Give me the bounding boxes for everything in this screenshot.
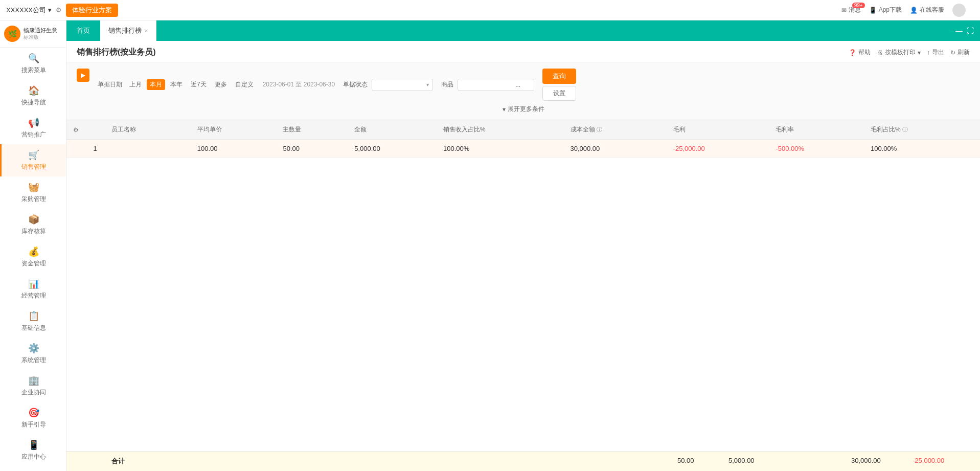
filter-expand-arrow[interactable]: ▶: [77, 69, 89, 82]
inventory-icon: 📦: [28, 214, 39, 225]
query-button[interactable]: 查询: [542, 69, 576, 84]
sidebar-label-finance: 资金管理: [21, 259, 46, 268]
goods-input[interactable]: ...: [458, 79, 534, 91]
print-button[interactable]: 🖨 按模板打印 ▾: [877, 48, 921, 57]
print-icon: 🖨: [877, 49, 883, 56]
sidebar-item-operation[interactable]: 📊 经营管理: [0, 273, 66, 305]
cell-quantity: 50.00: [277, 140, 348, 158]
settings-button[interactable]: 设置: [542, 86, 576, 101]
sidebar-label-guide: 新手引导: [21, 420, 46, 429]
sidebar-label-sales: 销售管理: [21, 163, 46, 171]
table-row: 1 100.00 50.00: [66, 140, 980, 158]
sidebar-item-apps[interactable]: 📱 应用中心: [0, 434, 66, 466]
sidebar: 🌿 畅康通好生意 标准版 🔍 搜索菜单 🏠 快捷导航 📢 营销推广 🛒 销售管理…: [0, 20, 66, 471]
filter-row: ▶ 单据日期 上月 本月 本年 近7天 更多 自定义 2023-: [77, 69, 970, 101]
filter-status: 单据状态: [343, 79, 433, 91]
company-selector[interactable]: XXXXXX公司 ▾: [6, 6, 52, 15]
gear-icon-top[interactable]: ⚙: [56, 6, 62, 14]
online-service-button[interactable]: 👤 在线客服: [910, 6, 944, 14]
tab-home[interactable]: 首页: [66, 20, 100, 41]
cell-cost: 30,000.00: [564, 140, 667, 158]
tab-close-icon[interactable]: ×: [145, 28, 148, 34]
sidebar-item-purchase[interactable]: 🧺 采购管理: [0, 176, 66, 209]
date-current-month[interactable]: 本月: [147, 79, 165, 90]
date-prev-month[interactable]: 上月: [126, 79, 145, 90]
th-gross-rate: 毛利率: [769, 120, 864, 140]
sidebar-item-basic[interactable]: 📋 基础信息: [0, 305, 66, 338]
goods-more-icon[interactable]: ...: [515, 81, 520, 88]
expand-chevron-icon: ▾: [503, 106, 506, 113]
filter-area: ▶ 单据日期 上月 本月 本年 近7天 更多 自定义 2023-: [66, 62, 980, 120]
gross-pct-info-icon[interactable]: ⓘ: [902, 126, 908, 132]
cell-gross-rate: -500.00%: [769, 140, 864, 158]
logo-area: 🌿 畅康通好生意 标准版: [0, 20, 66, 48]
app-download-button[interactable]: 📱 App下载: [869, 6, 902, 14]
tab-maximize-icon[interactable]: ⛶: [967, 27, 974, 35]
sidebar-label-basic: 基础信息: [21, 324, 46, 332]
refresh-icon: ↻: [950, 49, 955, 56]
sidebar-label-apps: 应用中心: [21, 453, 46, 461]
sidebar-item-enterprise[interactable]: 🏢 企业协同: [0, 370, 66, 402]
apps-icon: 📱: [28, 439, 39, 451]
expand-more-conditions[interactable]: ▾ 展开更多条件: [503, 105, 544, 114]
tab-sales-ranking-label: 销售排行榜: [108, 26, 142, 35]
help-icon: ❓: [849, 49, 856, 56]
th-settings[interactable]: ⚙: [66, 120, 85, 140]
date-custom[interactable]: 自定义: [232, 79, 257, 90]
sidebar-label-enterprise: 企业协同: [21, 388, 46, 397]
sidebar-label-marketing: 营销推广: [21, 130, 46, 139]
help-button[interactable]: ❓ 帮助: [849, 48, 871, 57]
page-header: 销售排行榜(按业务员) ❓ 帮助 🖨 按模板打印 ▾ ↑: [66, 41, 980, 62]
tab-right-actions: — ⛶: [949, 20, 980, 41]
avatar[interactable]: [952, 4, 966, 17]
header-actions: ❓ 帮助 🖨 按模板打印 ▾ ↑ 导出 ↻: [849, 48, 970, 57]
sidebar-item-marketing[interactable]: 📢 营销推广: [0, 112, 66, 144]
search-icon: 🔍: [28, 53, 39, 64]
message-icon: ✉: [841, 7, 847, 14]
export-button[interactable]: ↑ 导出: [927, 48, 944, 57]
date-7days[interactable]: 近7天: [188, 79, 210, 90]
content-area: 首页 销售排行榜 × — ⛶ 销售排行榜(按业务员) ❓ 帮助: [66, 20, 980, 471]
sidebar-label-shortcut: 快捷导航: [21, 98, 46, 107]
table-footer: 合计 50.00 5,000.00 30,000.00 -25,000.00: [66, 451, 980, 471]
refresh-button[interactable]: ↻ 刷新: [950, 48, 970, 57]
cell-gross: -25,000.00: [667, 140, 770, 158]
status-select-wrapper: [372, 79, 433, 91]
sidebar-item-search[interactable]: 🔍 搜索菜单: [0, 48, 66, 80]
th-quantity: 主数量: [277, 120, 348, 140]
status-select[interactable]: [372, 79, 433, 91]
cost-info-icon[interactable]: ⓘ: [597, 126, 602, 132]
top-right-actions: ✉ 消息 99+ 📱 App下载 👤 在线客服: [841, 4, 974, 17]
sidebar-item-system[interactable]: ⚙️ 系统管理: [0, 338, 66, 370]
try-industry-button[interactable]: 体验行业方案: [66, 4, 118, 17]
table-header-row: ⚙ 员工名称 平均单价 主数量: [66, 120, 980, 140]
enterprise-icon: 🏢: [28, 375, 39, 386]
cell-avg-price: 100.00: [191, 140, 277, 158]
filter-goods: 商品 ...: [441, 79, 534, 91]
tab-minimize-icon[interactable]: —: [955, 27, 963, 35]
sidebar-item-finance[interactable]: 💰 资金管理: [0, 241, 66, 273]
sidebar-label-operation: 经营管理: [21, 291, 46, 300]
help-label: 帮助: [858, 48, 871, 57]
goods-search-input[interactable]: [462, 81, 513, 88]
sidebar-label-inventory: 库存核算: [21, 227, 46, 236]
tab-sales-ranking[interactable]: 销售排行榜 ×: [100, 20, 156, 41]
date-year[interactable]: 本年: [167, 79, 186, 90]
cell-settings: [66, 140, 85, 158]
date-more[interactable]: 更多: [212, 79, 230, 90]
th-gross-pct: 毛利占比% ⓘ: [864, 120, 980, 140]
message-button[interactable]: ✉ 消息 99+: [841, 6, 861, 14]
app-label: App下载: [879, 6, 902, 14]
sidebar-item-shortcut[interactable]: 🏠 快捷导航: [0, 80, 66, 112]
sidebar-item-wechat[interactable]: 💬 企业微信: [0, 466, 66, 471]
sidebar-item-sales[interactable]: 🛒 销售管理: [0, 144, 66, 176]
sidebar-item-inventory[interactable]: 📦 库存核算: [0, 209, 66, 241]
cell-rank: 1: [85, 140, 105, 158]
sidebar-item-guide[interactable]: 🎯 新手引导: [0, 402, 66, 434]
sidebar-label-search: 搜索菜单: [21, 66, 46, 75]
sidebar-label-system: 系统管理: [21, 356, 46, 365]
tab-bar: 首页 销售排行榜 × — ⛶: [66, 20, 980, 41]
refresh-label: 刷新: [958, 48, 970, 57]
column-settings-icon[interactable]: ⚙: [73, 126, 79, 133]
logo-sub: 标准版: [24, 34, 57, 41]
